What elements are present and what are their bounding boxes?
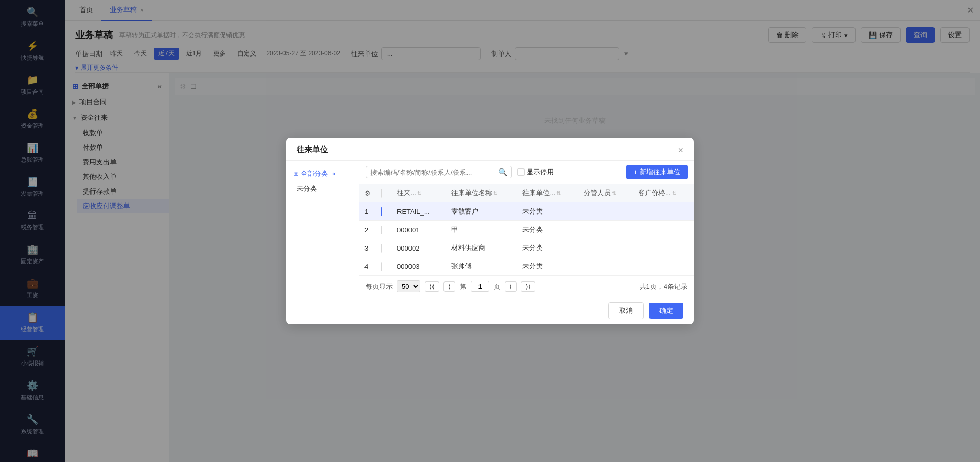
table-row[interactable]: 1 RETAIL_... 零散客户 未分类 bbox=[359, 202, 694, 221]
col-name-header[interactable]: 往来单位名称⇅ bbox=[446, 184, 517, 202]
row-num: 1 bbox=[359, 202, 376, 221]
prev-page-btn[interactable]: ⟨ bbox=[443, 281, 455, 292]
row-manager bbox=[578, 239, 632, 257]
col-category-header[interactable]: 往来单位...⇅ bbox=[517, 184, 578, 202]
modal-search-box[interactable]: 🔍 bbox=[366, 166, 512, 178]
row-category: 未分类 bbox=[517, 257, 578, 276]
row-name: 材料供应商 bbox=[446, 239, 517, 257]
row-manager bbox=[578, 202, 632, 221]
row-checkbox[interactable] bbox=[376, 202, 392, 221]
modal-close-btn[interactable]: × bbox=[678, 145, 683, 155]
first-page-btn[interactable]: ⟨⟨ bbox=[425, 281, 439, 292]
row-code: RETAIL_... bbox=[392, 202, 446, 221]
next-page-btn[interactable]: ⟩ bbox=[505, 281, 517, 292]
row-category: 未分类 bbox=[517, 239, 578, 257]
confirm-btn[interactable]: 确定 bbox=[649, 303, 683, 319]
row-code: 000003 bbox=[392, 257, 446, 276]
cancel-btn[interactable]: 取消 bbox=[608, 302, 644, 319]
row-num: 3 bbox=[359, 239, 376, 257]
row-name: 甲 bbox=[446, 221, 517, 239]
col-settings-icon[interactable]: ⚙ bbox=[364, 189, 371, 197]
modal-sidebar: ⊞ 全部分类 « 未分类 bbox=[286, 161, 359, 297]
partner-modal: 往来单位 × ⊞ 全部分类 « 未分类 bbox=[286, 138, 694, 324]
modal-body: ⊞ 全部分类 « 未分类 🔍 显示停用 bbox=[286, 161, 694, 297]
row-price bbox=[633, 202, 694, 221]
modal-search-icon: 🔍 bbox=[498, 168, 507, 176]
row-manager bbox=[578, 221, 632, 239]
table-row[interactable]: 4 000003 张帅傅 未分类 bbox=[359, 257, 694, 276]
col-manager-header[interactable]: 分管人员⇅ bbox=[578, 184, 632, 202]
row-num: 4 bbox=[359, 257, 376, 276]
modal-right-content: 🔍 显示停用 + 新增往来单位 ⚙ bbox=[359, 161, 694, 297]
modal-pagination: 每页显示 50 ⟨⟨ ⟨ 第 页 ⟩ ⟩⟩ 共1页，4条记录 bbox=[359, 276, 694, 297]
row-code: 000002 bbox=[392, 239, 446, 257]
modal-title: 往来单位 bbox=[297, 145, 328, 155]
col-settings: ⚙ bbox=[359, 184, 376, 202]
modal-toolbar: 🔍 显示停用 + 新增往来单位 bbox=[359, 161, 694, 184]
row-num: 2 bbox=[359, 221, 376, 239]
modal-sidebar-collapse-btn[interactable]: « bbox=[332, 170, 336, 177]
table-row[interactable]: 3 000002 材料供应商 未分类 bbox=[359, 239, 694, 257]
row-price bbox=[633, 239, 694, 257]
modal-table: ⚙ 往来...⇅ 往来单位名称⇅ 往来单位...⇅ 分管人员⇅ 客户价格...⇅… bbox=[359, 184, 694, 276]
row-checkbox[interactable] bbox=[376, 221, 392, 239]
modal-sidebar-uncategorized[interactable]: 未分类 bbox=[286, 182, 359, 196]
col-checkbox-header[interactable] bbox=[376, 184, 392, 202]
row-checkbox[interactable] bbox=[376, 257, 392, 276]
col-code-header[interactable]: 往来...⇅ bbox=[392, 184, 446, 202]
modal-search-input[interactable] bbox=[370, 168, 495, 176]
col-price-header[interactable]: 客户价格...⇅ bbox=[633, 184, 694, 202]
modal-footer: 取消 确定 bbox=[286, 297, 694, 324]
modal-header: 往来单位 × bbox=[286, 138, 694, 161]
show-disabled-checkbox[interactable] bbox=[517, 168, 525, 176]
page-info: 共1页，4条记录 bbox=[640, 282, 688, 291]
modal-table-wrap: ⚙ 往来...⇅ 往来单位名称⇅ 往来单位...⇅ 分管人员⇅ 客户价格...⇅… bbox=[359, 184, 694, 276]
row-checkbox[interactable] bbox=[376, 239, 392, 257]
row-price bbox=[633, 221, 694, 239]
show-disabled-label[interactable]: 显示停用 bbox=[517, 167, 554, 177]
add-partner-btn[interactable]: + 新增往来单位 bbox=[626, 165, 688, 179]
page-number-input[interactable] bbox=[471, 281, 489, 292]
table-row[interactable]: 2 000001 甲 未分类 bbox=[359, 221, 694, 239]
per-page-select[interactable]: 50 bbox=[397, 280, 420, 292]
row-name: 张帅傅 bbox=[446, 257, 517, 276]
grid-icon-modal: ⊞ bbox=[293, 170, 299, 177]
row-category: 未分类 bbox=[517, 202, 578, 221]
row-code: 000001 bbox=[392, 221, 446, 239]
row-category: 未分类 bbox=[517, 221, 578, 239]
last-page-btn[interactable]: ⟩⟩ bbox=[521, 281, 535, 292]
row-manager bbox=[578, 257, 632, 276]
row-name: 零散客户 bbox=[446, 202, 517, 221]
modal-sidebar-all[interactable]: ⊞ 全部分类 « bbox=[286, 166, 359, 182]
modal-overlay[interactable]: 往来单位 × ⊞ 全部分类 « 未分类 bbox=[0, 0, 980, 462]
row-price bbox=[633, 257, 694, 276]
